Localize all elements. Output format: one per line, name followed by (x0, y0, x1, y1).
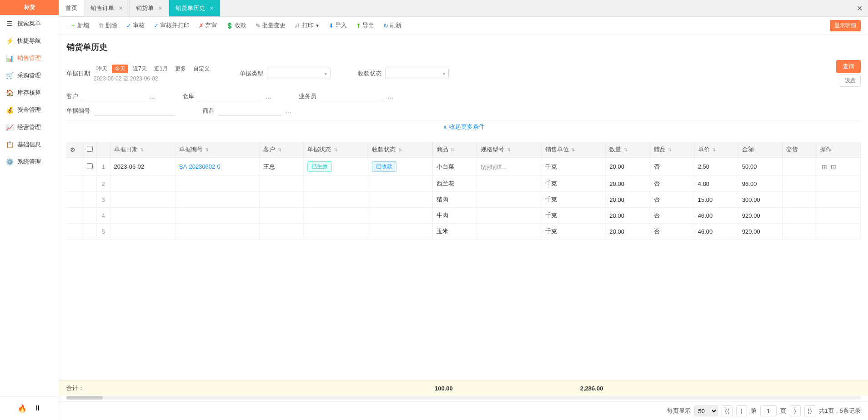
date-tab-7days[interactable]: 近7天 (130, 65, 150, 73)
col-doc-no[interactable]: 单据编号 ⇅ (175, 142, 259, 158)
date-tab-more[interactable]: 更多 (172, 65, 189, 73)
print-button[interactable]: 🖨 打印 ▼ (291, 20, 323, 31)
page-label: 第 (751, 407, 757, 415)
show-detail-button[interactable]: 显示明细 (830, 20, 861, 31)
doc-type-select[interactable] (267, 68, 331, 79)
payment-status-select[interactable] (385, 68, 449, 79)
sidebar-item-sales-mgmt[interactable]: 📊 销售管理 (0, 50, 59, 67)
batch-change-button[interactable]: ✎ 批量变更 (252, 20, 289, 31)
col-unit[interactable]: 销售单位 ⇅ (541, 142, 606, 158)
sidebar-item-search-menu[interactable]: ☰ 搜索菜单 (0, 15, 59, 32)
tab-sales-order-close[interactable]: ✕ (119, 5, 123, 11)
tab-bar-close-btn[interactable]: ✕ (851, 4, 868, 13)
doc-no-link[interactable]: SA-20230602-0 (179, 163, 221, 170)
abandon-button[interactable]: ✗ 弃审 (195, 20, 221, 31)
date-tab-today[interactable]: 今天 (112, 65, 128, 73)
col-customer[interactable]: 客户 ⇅ (260, 142, 304, 158)
delete-label: 删除 (105, 21, 117, 30)
import-icon: ⬇ (329, 22, 334, 29)
page-next-btn[interactable]: ⟩ (790, 405, 801, 416)
sidebar-item-finance[interactable]: 💰 资金管理 (0, 101, 59, 119)
delete-button[interactable]: 🗑 删除 (95, 20, 121, 31)
col-doc-status[interactable]: 单据状态 ⇅ (304, 142, 368, 158)
page-prev-btn[interactable]: ⟨ (736, 405, 747, 416)
col-spec[interactable]: 规格型号 ⇅ (477, 142, 541, 158)
table-row: 3猪肉千克20.00否15.00300.00 (66, 192, 861, 208)
col-gift[interactable]: 赠品 ⇅ (650, 142, 694, 158)
date-tab-yesterday[interactable]: 昨天 (94, 65, 110, 73)
sidebar-item-purchase-mgmt[interactable]: 🛒 采购管理 (0, 67, 59, 84)
date-label: 单据日期 (66, 70, 90, 78)
col-doc-date[interactable]: 单据日期 ⇅ (110, 142, 175, 158)
customer-dots[interactable]: ... (149, 92, 155, 100)
search-menu-icon: ☰ (5, 20, 14, 27)
page-last-btn[interactable]: ⟩⟩ (804, 405, 815, 416)
collapse-bar[interactable]: ∧ 收起更多条件 (66, 120, 861, 133)
cell-goods: 玉米 (432, 224, 477, 240)
audit-print-button[interactable]: ✓ 审核并打印 (150, 20, 193, 31)
audit-button[interactable]: ✓ 审核 (123, 20, 148, 31)
receipt-button[interactable]: 💲 收款 (222, 20, 250, 31)
import-button[interactable]: ⬇ 导入 (325, 20, 351, 31)
col-price[interactable]: 单价 ⇅ (694, 142, 738, 158)
tab-sales-history[interactable]: 销货单历史 ✕ (169, 0, 221, 16)
page-first-btn[interactable]: ⟨⟨ (722, 405, 733, 416)
select-all-checkbox[interactable] (87, 146, 93, 152)
cell-actions (816, 176, 861, 192)
col-checkbox[interactable] (83, 142, 96, 158)
export-label: 导出 (362, 21, 374, 30)
per-page-select[interactable]: 50 100 (694, 405, 718, 416)
cell-doc-date (110, 208, 175, 224)
col-unit-label: 销售单位 (545, 146, 569, 153)
tab-sales-history-close[interactable]: ✕ (210, 5, 214, 11)
scrollbar-track[interactable] (66, 396, 861, 400)
doc-no-input[interactable] (94, 106, 176, 116)
col-checkbox-cell (83, 208, 96, 224)
sidebar-item-quick-nav[interactable]: ⚡ 快捷导航 (0, 32, 59, 50)
receipt-label: 收款 (235, 21, 246, 30)
action-edit-btn[interactable]: ⊞ (820, 162, 829, 171)
action-more-btn[interactable]: ⊡ (829, 162, 838, 171)
col-payment-status[interactable]: 收款状态 ⇅ (368, 142, 433, 158)
goods-input[interactable] (218, 106, 282, 116)
goods-dots[interactable]: ... (286, 107, 291, 115)
warehouse-input[interactable] (198, 91, 261, 101)
refresh-button[interactable]: ↻ 刷新 (380, 20, 405, 31)
sales-rep-input[interactable] (320, 91, 384, 101)
sidebar-item-basic-info[interactable]: 📋 基础信息 (0, 136, 59, 153)
query-button[interactable]: 查询 (836, 60, 861, 73)
finance-icon: 💰 (5, 106, 14, 114)
scrollbar-thumb[interactable] (66, 396, 103, 400)
date-tab-custom[interactable]: 自定义 (191, 65, 212, 73)
customer-input[interactable] (82, 91, 146, 101)
sidebar-item-operations[interactable]: 📈 经营管理 (0, 119, 59, 136)
delete-icon: 🗑 (98, 22, 104, 29)
sidebar-item-sys-mgmt[interactable]: ⚙️ 系统管理 (0, 153, 59, 170)
settings-button[interactable]: 设置 (840, 75, 861, 87)
sidebar-item-inventory[interactable]: 🏠 库存核算 (0, 84, 59, 101)
row-checkbox[interactable] (87, 163, 93, 169)
bottom-icon-fire[interactable]: 🔥 (18, 404, 27, 413)
tab-sales-order[interactable]: 销售订单 ✕ (84, 0, 130, 16)
tab-sales-goods[interactable]: 销货单 ✕ (130, 0, 169, 16)
bottom-icon-pause[interactable]: ⏸ (34, 404, 41, 413)
tab-sales-goods-close[interactable]: ✕ (158, 5, 162, 11)
col-doc-status-label: 单据状态 (307, 146, 331, 153)
abandon-icon: ✗ (199, 22, 204, 29)
col-qty[interactable]: 数量 ⇅ (606, 142, 650, 158)
new-button[interactable]: ＋ 新增 (66, 20, 93, 31)
col-goods[interactable]: 商品 ⇅ (432, 142, 477, 158)
export-button[interactable]: ⬆ 导出 (352, 20, 378, 31)
date-tab-1month[interactable]: 近1月 (151, 65, 171, 73)
col-doc-no-label: 单据编号 (179, 146, 203, 153)
cell-doc-date (110, 192, 175, 208)
warehouse-dots[interactable]: ... (265, 92, 271, 100)
sales-rep-dots[interactable]: ... (387, 92, 393, 100)
col-gift-label: 赠品 (654, 146, 666, 153)
col-config[interactable]: ⚙ (66, 142, 83, 158)
cell-delivery (783, 192, 816, 208)
tab-home[interactable]: 首页 (59, 0, 84, 16)
col-amount-label: 金额 (742, 146, 754, 153)
page-input[interactable] (760, 405, 777, 416)
doc-type-label: 单据类型 (240, 70, 263, 78)
